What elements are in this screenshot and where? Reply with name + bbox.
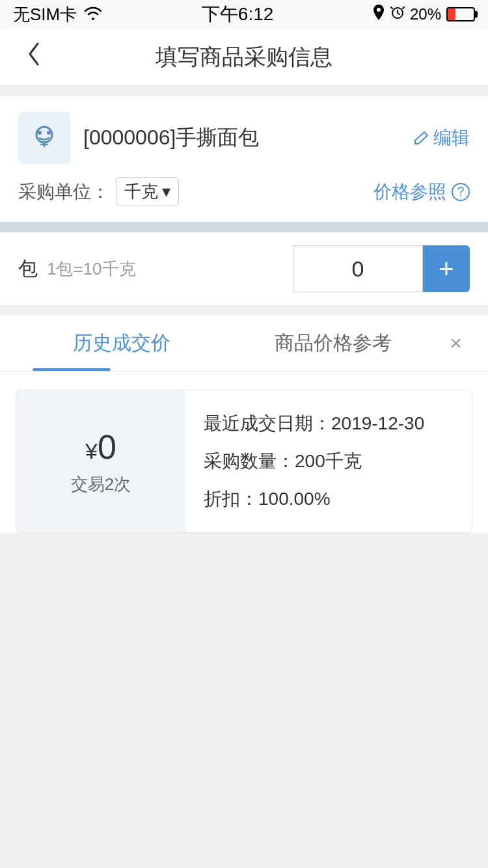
product-left: [0000006]手撕面包 [18, 112, 259, 164]
help-icon: ? [452, 183, 470, 201]
bottom-panel: 历史成交价 商品价格参考 × ¥0 交易2次 最近成交日期：2019-12-30 [0, 316, 488, 533]
product-name: [0000006]手撕面包 [83, 124, 259, 152]
status-right: 20% [372, 5, 475, 24]
gray-divider [0, 222, 488, 232]
svg-point-2 [38, 131, 42, 135]
price-right-section: 最近成交日期：2019-12-30 采购数量：200千克 折扣：100.00% [185, 390, 472, 532]
currency-symbol: ¥ [85, 439, 98, 463]
tabs-row: 历史成交价 商品价格参考 × [0, 316, 488, 372]
price-left-section: ¥0 交易2次 [16, 390, 185, 532]
status-left: 无SIM卡 [13, 3, 103, 26]
transaction-count: 交易2次 [71, 473, 131, 496]
dropdown-arrow-icon: ▾ [162, 182, 170, 202]
tab-product-label: 商品价格参考 [275, 332, 392, 353]
status-time: 下午6:12 [202, 2, 274, 27]
tab-product-price[interactable]: 商品价格参考 [228, 316, 440, 371]
edit-label: 编辑 [433, 126, 470, 150]
product-bottom-row: 采购单位： 千克 ▾ 价格参照 ? [18, 177, 470, 206]
svg-point-3 [47, 131, 51, 135]
purchase-qty-value: 200千克 [295, 451, 362, 471]
tab-history-price[interactable]: 历史成交价 [16, 316, 228, 371]
location-icon [372, 5, 385, 24]
discount-value: 100.00% [258, 489, 331, 509]
main-content: [0000006]手撕面包 编辑 采购单位： 千克 ▾ 价格参照 ? [0, 96, 488, 617]
history-price-card: ¥0 交易2次 最近成交日期：2019-12-30 采购数量：200千克 折扣：… [16, 390, 472, 533]
recent-date-value: 2019-12-30 [331, 413, 424, 433]
price-ref-label: 价格参照 [373, 180, 446, 204]
close-panel-button[interactable]: × [439, 325, 472, 362]
edit-button[interactable]: 编辑 [414, 126, 470, 150]
wifi-icon [83, 5, 103, 25]
quantity-label: 包 1包=10千克 [18, 256, 136, 282]
quantity-input[interactable] [293, 245, 423, 292]
back-button[interactable] [20, 34, 48, 79]
purchase-qty-label: 采购数量： [204, 451, 295, 471]
tab-underline [33, 368, 111, 371]
carrier-text: 无SIM卡 [13, 3, 77, 26]
unit-select[interactable]: 千克 ▾ [116, 177, 179, 206]
quantity-input-group: + [293, 245, 470, 292]
product-card: [0000006]手撕面包 编辑 采购单位： 千克 ▾ 价格参照 ? [0, 96, 488, 222]
page-title: 填写商品采购信息 [156, 42, 332, 72]
recent-date-row: 最近成交日期：2019-12-30 [204, 410, 454, 437]
alarm-icon [390, 5, 405, 23]
quantity-plus-button[interactable]: + [423, 245, 470, 292]
unit-section: 采购单位： 千克 ▾ [18, 177, 179, 206]
unit-value: 千克 [124, 180, 158, 203]
product-top-row: [0000006]手撕面包 编辑 [18, 112, 470, 164]
price-display: ¥0 [85, 427, 116, 467]
battery-percentage: 20% [410, 5, 441, 23]
price-reference-button[interactable]: 价格参照 ? [373, 180, 470, 204]
purchase-qty-row: 采购数量：200千克 [204, 448, 454, 475]
battery-icon [446, 7, 475, 21]
price-value: 0 [98, 428, 116, 466]
quantity-unit-badge: 包 [18, 256, 38, 282]
tab-history-label: 历史成交价 [73, 332, 170, 353]
quantity-conversion: 1包=10千克 [47, 258, 136, 280]
status-bar: 无SIM卡 下午6:12 20% [0, 0, 488, 29]
product-logo [18, 112, 70, 164]
discount-label: 折扣： [204, 489, 258, 509]
recent-date-label: 最近成交日期： [204, 413, 331, 433]
page-header: 填写商品采购信息 [0, 29, 488, 86]
unit-label: 采购单位： [18, 180, 109, 204]
quantity-row: 包 1包=10千克 + [0, 232, 488, 305]
discount-row: 折扣：100.00% [204, 485, 454, 513]
